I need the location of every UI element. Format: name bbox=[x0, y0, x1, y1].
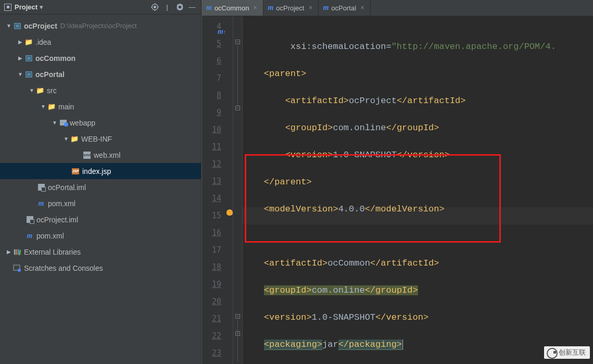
folder-icon bbox=[35, 86, 45, 95]
line-gutter: m↑ 4 5 6 7 8 9 10 11 12 13 14 15 16 17 1… bbox=[202, 16, 233, 364]
maven-icon: m bbox=[37, 200, 45, 207]
code-area[interactable]: xsi:schemaLocation="http://maven.apache.… bbox=[243, 16, 593, 364]
gear-icon[interactable] bbox=[174, 2, 185, 13]
tree-ocproject-iml[interactable]: ocProject.iml bbox=[0, 211, 201, 228]
fold-toggle[interactable]: − bbox=[235, 314, 240, 319]
close-icon[interactable]: × bbox=[359, 4, 366, 11]
fold-column: − − − − bbox=[233, 16, 243, 364]
tree-pom2[interactable]: m pom.xml bbox=[0, 228, 201, 244]
tree-ocportal-iml[interactable]: ocPortal.iml bbox=[0, 179, 201, 195]
minimize-icon[interactable]: — bbox=[186, 2, 198, 13]
tree-webinf[interactable]: ▼ WEB-INF bbox=[0, 131, 201, 147]
tree-indexjsp[interactable]: JSP index.jsp bbox=[0, 163, 201, 179]
svg-rect-8 bbox=[18, 249, 19, 255]
svg-rect-7 bbox=[16, 249, 17, 255]
sidebar-header: Project ▾ | — bbox=[0, 0, 201, 15]
tab-label: ocProject bbox=[276, 4, 304, 12]
bulb-icon[interactable] bbox=[226, 209, 233, 216]
tree-webapp[interactable]: ▼ webapp bbox=[0, 115, 201, 131]
maven-icon: m bbox=[323, 4, 329, 12]
divider: | bbox=[161, 2, 173, 13]
tab-ocportal[interactable]: m ocPortal × bbox=[319, 0, 371, 16]
library-icon bbox=[12, 248, 22, 256]
editor-body[interactable]: m↑ 4 5 6 7 8 9 10 11 12 13 14 15 16 17 1… bbox=[202, 16, 593, 364]
fold-toggle[interactable]: − bbox=[235, 331, 240, 336]
maven-icon: m bbox=[268, 4, 273, 12]
svg-rect-9 bbox=[19, 249, 21, 255]
tab-occommon[interactable]: m ocCommon × bbox=[202, 0, 263, 16]
tree-idea[interactable]: ▶ .idea bbox=[0, 34, 201, 50]
tree-webxml[interactable]: xml web.xml bbox=[0, 147, 201, 163]
svg-point-1 bbox=[154, 6, 156, 8]
chevron-down-icon[interactable]: ▾ bbox=[40, 3, 43, 11]
module-icon bbox=[26, 71, 32, 78]
folder-icon bbox=[24, 38, 33, 46]
fold-line bbox=[237, 45, 238, 106]
tab-label: ocCommon bbox=[215, 4, 249, 12]
tree-root[interactable]: ▼ ocProject D:\IdeaProjects\ocProject bbox=[0, 18, 201, 34]
maven-parent-icon[interactable]: m↑ bbox=[218, 28, 226, 36]
target-icon[interactable] bbox=[149, 2, 160, 13]
tree-occommon[interactable]: ▶ ocCommon bbox=[0, 50, 201, 66]
web-folder-icon bbox=[60, 120, 67, 125]
fold-toggle[interactable]: − bbox=[235, 40, 240, 44]
jsp-file-icon: JSP bbox=[72, 168, 79, 174]
project-tree: ▼ ocProject D:\IdeaProjects\ocProject ▶ … bbox=[0, 15, 201, 279]
maven-icon: m bbox=[26, 232, 33, 240]
tree-scratch[interactable]: Scratches and Consoles bbox=[0, 260, 201, 276]
folder-icon bbox=[70, 135, 79, 143]
iml-file-icon bbox=[38, 184, 45, 191]
module-icon bbox=[26, 55, 32, 61]
scratch-icon bbox=[12, 264, 22, 272]
module-icon bbox=[14, 23, 21, 29]
tab-label: ocPortal bbox=[331, 4, 356, 12]
xml-file-icon: xml bbox=[83, 152, 91, 159]
project-sidebar: Project ▾ | — ▼ ocProject D:\IdeaProject… bbox=[0, 0, 201, 364]
tree-extlib[interactable]: ▶ External Libraries bbox=[0, 244, 201, 260]
close-icon[interactable]: × bbox=[251, 4, 259, 11]
fold-line bbox=[237, 320, 238, 361]
tree-ocportal[interactable]: ▼ ocPortal bbox=[0, 66, 201, 82]
fold-toggle[interactable]: − bbox=[235, 106, 240, 110]
folder-icon bbox=[47, 103, 56, 111]
tree-pom1[interactable]: m pom.xml bbox=[0, 195, 201, 211]
svg-rect-6 bbox=[14, 249, 16, 255]
text-cursor bbox=[402, 340, 403, 350]
tab-ocproject[interactable]: m ocProject × bbox=[263, 0, 319, 16]
sidebar-title: Project bbox=[15, 3, 37, 11]
svg-point-11 bbox=[18, 269, 21, 272]
close-icon[interactable]: × bbox=[307, 4, 314, 11]
editor-tabs: m ocCommon × m ocProject × m ocPortal × bbox=[202, 0, 593, 16]
tree-src[interactable]: ▼ src bbox=[0, 82, 201, 98]
project-icon bbox=[4, 4, 11, 11]
tree-main[interactable]: ▼ main bbox=[0, 98, 201, 115]
editor-area: m ocCommon × m ocProject × m ocPortal × … bbox=[201, 0, 593, 364]
maven-icon: m bbox=[206, 4, 212, 12]
iml-file-icon bbox=[27, 216, 33, 223]
